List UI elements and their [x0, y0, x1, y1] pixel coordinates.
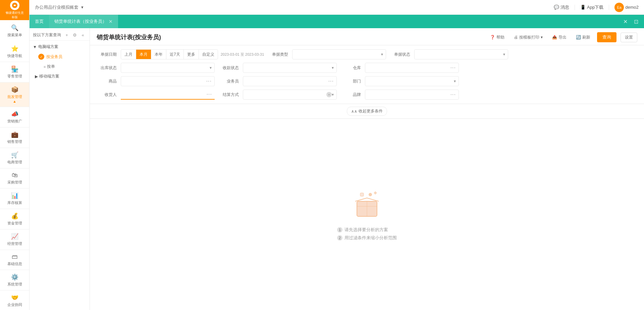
sidebar-item-system[interactable]: ⚙️ 系统管理 — [0, 270, 30, 291]
sidebar-item-quicknav[interactable]: ⭐ 快捷导航 — [0, 42, 30, 62]
consignee-input[interactable] — [123, 92, 207, 97]
settlement-dropdown-icon[interactable]: ▾ — [332, 92, 334, 97]
enterprise-label: 企业协同 — [7, 302, 22, 307]
warehouse-dots-icon[interactable]: ··· — [450, 65, 456, 71]
date-range-display: 2023-03-01 至 2023-03-31 — [221, 52, 264, 57]
user-btn[interactable]: Ea demo2 — [614, 3, 639, 12]
warehouse-filter[interactable]: ··· — [365, 63, 459, 73]
sidebar-item-finance[interactable]: 💰 资金管理 — [0, 209, 30, 229]
filter-row-2: 出库状态 ▾ 收款状态 ▾ 仓库 ··· — [97, 63, 637, 73]
doc-type-filter[interactable]: ▾ — [292, 49, 386, 59]
sidebar-item-sales[interactable]: 💼 销售管理 — [0, 127, 30, 148]
brand-label: 品牌 — [341, 92, 361, 98]
collapse-panel-btn[interactable]: « — [79, 32, 86, 38]
retail-label: 零售管理 — [7, 74, 22, 79]
date-filter: 上月 本月 本年 近7天 更多 自定义 2023-03-01 至 2023-03… — [121, 49, 264, 59]
tab-expand-btn[interactable]: ⊡ — [632, 17, 640, 25]
doc-status-filter[interactable]: ▾ — [414, 49, 508, 59]
refresh-btn[interactable]: 🔄 刷新 — [573, 33, 593, 42]
out-status-dropdown-icon[interactable]: ▾ — [210, 65, 212, 70]
tab-sales-stats[interactable]: 销货单统计表（按业务员） ✕ — [49, 15, 118, 28]
scheme-sub-order[interactable]: ≡ 按单 — [30, 62, 90, 71]
print-btn[interactable]: 🖨 按模板打印 ▾ — [511, 33, 545, 42]
doc-type-input[interactable] — [295, 52, 381, 57]
consignee-dots-icon[interactable]: ··· — [207, 91, 212, 97]
doc-status-input[interactable] — [417, 52, 503, 57]
dept-filter[interactable]: ▾ — [365, 76, 459, 86]
step1-text: 请先选择要分析的方案 — [344, 227, 388, 233]
sidebar-item-wholesale[interactable]: 📦 批发管理 ▲ — [0, 83, 30, 107]
add-scheme-btn[interactable]: + — [63, 32, 70, 38]
doc-type-dropdown-icon[interactable]: ▾ — [381, 52, 383, 57]
logo-icon — [10, 1, 19, 10]
consignee-filter[interactable]: ··· — [121, 90, 215, 100]
payment-status-dropdown-icon[interactable]: ▾ — [332, 65, 334, 70]
scheme-item-salesperson[interactable]: ✓ 按业务员 — [30, 52, 90, 62]
sidebar-item-inventory[interactable]: 📊 库存核算 — [0, 189, 30, 209]
settlement-filter[interactable]: × ▾ — [243, 90, 337, 100]
goods-input[interactable] — [124, 79, 206, 84]
goods-dots-icon[interactable]: ··· — [206, 78, 212, 84]
scheme-salesperson-label: 按业务员 — [46, 54, 62, 60]
salesperson-dots-icon[interactable]: ··· — [328, 78, 334, 84]
brand-dots-icon[interactable]: ··· — [450, 92, 456, 98]
purchase-label: 采购管理 — [7, 180, 22, 185]
scheme-group-mobile[interactable]: ▶ 移动端方案 — [30, 71, 90, 81]
dept-dropdown-icon[interactable]: ▾ — [454, 79, 456, 84]
sidebar-item-basics[interactable]: 🗃 基础信息 — [0, 250, 30, 270]
sidebar-item-marketing[interactable]: 📣 营销推广 — [0, 107, 30, 127]
sidebar-item-retail[interactable]: 🏪 零售管理 — [0, 62, 30, 83]
download-label: App下载 — [587, 4, 603, 10]
out-status-filter[interactable]: ▾ — [121, 63, 215, 73]
date-tab-this-month[interactable]: 本月 — [136, 50, 151, 59]
sidebar-item-ecommerce[interactable]: 🛒 电商管理 — [0, 148, 30, 168]
payment-status-filter[interactable]: ▾ — [243, 63, 337, 73]
date-tab-last-month[interactable]: 上月 — [121, 50, 136, 59]
scheme-group-mobile-label: 移动端方案 — [39, 73, 59, 79]
date-tab-more[interactable]: 更多 — [184, 50, 199, 59]
payment-status-input[interactable] — [246, 65, 332, 70]
refresh-label: 刷新 — [582, 35, 590, 40]
date-tab-last-7[interactable]: 近7天 — [166, 50, 184, 59]
salesperson-input[interactable] — [246, 79, 328, 84]
doc-type-label: 单据类型 — [268, 52, 288, 57]
tab-home[interactable]: 首页 — [30, 15, 49, 28]
settings-scheme-btn[interactable]: ⚙ — [71, 32, 78, 38]
download-btn[interactable]: 📱 App下载 — [580, 4, 603, 10]
settings-btn[interactable]: 设置 — [621, 33, 637, 42]
date-tab-custom[interactable]: 自定义 — [199, 50, 218, 59]
tab-close-all-btn[interactable]: ✕ — [621, 17, 629, 25]
avatar: Ea — [614, 3, 624, 12]
goods-filter[interactable]: ··· — [121, 76, 215, 86]
sidebar-item-purchase[interactable]: 🛍 采购管理 — [0, 168, 30, 189]
out-status-input[interactable] — [124, 65, 210, 70]
help-btn[interactable]: ❓ 帮助 — [487, 33, 507, 42]
workspace-selector[interactable]: 办公用品行业模拟账套 ▾ — [35, 4, 84, 10]
message-btn[interactable]: 💬 消息 — [554, 4, 569, 10]
date-tab-this-year[interactable]: 本年 — [151, 50, 166, 59]
chevron-up-icon: ▲ — [13, 99, 16, 103]
sidebar-item-operations[interactable]: 📈 经营管理 — [0, 229, 30, 250]
brand-input[interactable] — [368, 92, 450, 97]
dept-input[interactable] — [368, 79, 454, 84]
tab-close-icon[interactable]: ✕ — [109, 19, 113, 24]
export-label: 导出 — [558, 35, 567, 40]
settlement-input[interactable] — [246, 92, 326, 97]
brand-filter[interactable]: ··· — [365, 90, 459, 100]
sidebar-item-enterprise[interactable]: 🤝 企业协同 — [0, 291, 30, 310]
doc-status-label: 单据状态 — [390, 52, 410, 57]
warehouse-input[interactable] — [368, 65, 450, 70]
ecommerce-icon: 🛒 — [11, 151, 18, 159]
sidebar-search[interactable]: 🔍 搜索菜单 — [0, 20, 30, 42]
filter-row-3: 商品 ··· 业务员 ··· 部门 ▾ — [97, 76, 637, 86]
chevron-right-icon: ▶ — [35, 74, 38, 79]
doc-status-dropdown-icon[interactable]: ▾ — [503, 52, 505, 57]
settlement-clear-btn[interactable]: × — [326, 92, 332, 97]
scheme-group-pc[interactable]: ▼ 电脑端方案 — [30, 42, 90, 52]
query-btn[interactable]: 查询 — [597, 32, 616, 42]
collapse-btn[interactable]: ∧∧ 收起更多条件 — [347, 107, 387, 116]
salesperson-filter[interactable]: ··· — [243, 76, 337, 86]
empty-text-list: 1 请先选择要分析的方案 2 用过滤条件来缩小分析范围 — [337, 227, 397, 241]
chevron-down-icon: ▼ — [33, 45, 37, 49]
export-btn[interactable]: 📤 导出 — [549, 33, 569, 42]
